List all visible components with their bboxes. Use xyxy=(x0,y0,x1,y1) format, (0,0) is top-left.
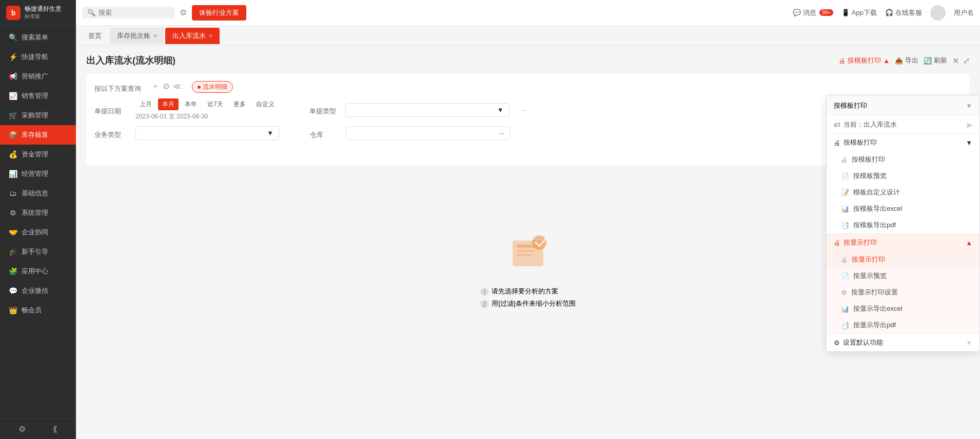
item-preview-icon: 📄 xyxy=(841,172,849,180)
sidebar-nav: 🔍搜索菜单⚡快捷导航📢营销推广📈销售管理🛒采购管理📦库存核算💰资金管理📊经营管理… xyxy=(0,26,76,418)
template-print-item[interactable]: 🖨 按模板打印 xyxy=(827,151,979,168)
date-tab-0[interactable]: 上月 xyxy=(135,98,156,110)
add-filter-icon[interactable]: ＋ xyxy=(151,81,160,92)
display-pdf-item[interactable]: 📑 按显示导出pdf xyxy=(827,317,979,333)
empty-illustration xyxy=(502,225,554,276)
close-window-icon[interactable]: ✕ xyxy=(952,56,959,66)
sidebar-item-search[interactable]: 🔍搜索菜单 xyxy=(0,28,76,47)
tab-home[interactable]: 首页 xyxy=(81,28,109,44)
search-box[interactable]: 🔍 xyxy=(82,7,174,18)
print-template-btn[interactable]: 🖨 按模板打印 ▲ xyxy=(839,56,890,65)
filter-controls: ＋ ⚙ ≪ xyxy=(151,81,182,92)
industry-btn[interactable]: 体验行业方案 xyxy=(192,5,246,21)
template-preview-item[interactable]: 📄 按模板预览 xyxy=(827,168,979,184)
sidebar-item-shortcut[interactable]: ⚡快捷导航 xyxy=(0,47,76,67)
display-excel-item[interactable]: 📊 按显示导出excel xyxy=(827,301,979,317)
sidebar-icon-finance: 💰 xyxy=(8,150,17,158)
topbar-right: 💬 消息 99+ 📱 App下载 🎧 在线客服 用户名 xyxy=(793,5,974,21)
collapse-filter-icon[interactable]: ≪ xyxy=(173,82,182,91)
sidebar-item-apps[interactable]: 🧩应用中心 xyxy=(0,262,76,281)
chevron-up-icon: ▲ xyxy=(883,57,890,65)
more-options-icon[interactable]: ··· xyxy=(522,106,527,114)
printer-display-icon: 🖨 xyxy=(834,239,840,247)
sidebar-label-member: 畅会员 xyxy=(22,306,42,315)
tab-close-batch[interactable]: × xyxy=(153,32,157,39)
sidebar-item-member[interactable]: 👑畅会员 xyxy=(0,301,76,320)
refresh-btn[interactable]: 🔄 刷新 xyxy=(924,56,947,65)
display-print-settings-item[interactable]: ⚙ 按显示打印设置 xyxy=(827,284,979,301)
sidebar-item-wechat[interactable]: 💬企业微信 xyxy=(0,281,76,301)
template-print-items: 🖨 按模板打印 📄 按模板预览 📝 模板自定义设计 📊 按模板导出excel xyxy=(827,151,979,233)
dropdown-panel: 按模板打印 ▼ 🏷 当前：出入库流水 ▶ 🖨 按模板打印 ▼ xyxy=(826,95,980,352)
warehouse-select[interactable]: ··· xyxy=(346,126,510,140)
avatar[interactable] xyxy=(930,5,946,21)
app-download-btn[interactable]: 📱 App下载 xyxy=(841,8,877,17)
date-tabs: 上月本月本年近7天更多自定义 xyxy=(135,98,279,110)
template-excel-item[interactable]: 📊 按模板导出excel xyxy=(827,201,979,217)
sidebar-label-system: 系统管理 xyxy=(22,208,48,217)
date-tab-2[interactable]: 本年 xyxy=(181,98,201,110)
voucher-type-select[interactable]: ▼ xyxy=(345,103,509,117)
display-preview-item[interactable]: 📄 按显示预览 xyxy=(827,268,979,284)
tabbar: 首页库存批次账×出入库流水× xyxy=(76,26,980,46)
date-tab-4[interactable]: 更多 xyxy=(229,98,250,110)
voucher-type-label: 单据类型 xyxy=(309,104,340,116)
dropdown-footer[interactable]: ⚙ 设置默认功能 ▼ xyxy=(827,334,979,351)
sidebar-item-marketing[interactable]: 📢营销推广 xyxy=(0,67,76,86)
tab-batch[interactable]: 库存批次账× xyxy=(110,28,164,44)
template-design-item[interactable]: 📝 模板自定义设计 xyxy=(827,184,979,201)
sidebar-item-cooperation[interactable]: 🤝企业协同 xyxy=(0,223,76,242)
settings-filter-icon[interactable]: ⚙ xyxy=(163,82,170,91)
business-type-select[interactable]: ▼ xyxy=(135,126,279,140)
sidebar-footer: ⚙ ⟪ xyxy=(0,418,76,439)
export-btn[interactable]: 📤 导出 xyxy=(895,56,918,65)
display-print-items: 🖨 按显示打印 📄 按显示预览 ⚙ 按显示打印设置 📊 按显示导出excel xyxy=(827,251,979,333)
sidebar-icon-member: 👑 xyxy=(8,306,17,314)
dropdown-current[interactable]: 🏷 当前：出入库流水 ▶ xyxy=(827,116,979,134)
template-pdf-item[interactable]: 📑 按模板导出pdf xyxy=(827,217,979,233)
topbar: 🔍 ⚙ 体验行业方案 💬 消息 99+ 📱 App下载 🎧 在线客服 用户名 xyxy=(76,0,980,26)
item-design-icon: 📝 xyxy=(841,189,849,196)
sidebar-item-guide[interactable]: 🎓新手引导 xyxy=(0,242,76,262)
gear-icon[interactable]: ⚙ xyxy=(180,8,187,17)
search-input[interactable] xyxy=(99,9,160,16)
settings-icon[interactable]: ⚙ xyxy=(18,424,26,434)
chevron-right-icon: ▶ xyxy=(967,121,972,129)
date-tab-5[interactable]: 自定义 xyxy=(252,98,279,110)
date-tab-3[interactable]: 近7天 xyxy=(203,98,227,110)
date-range: 2023-06-01 至 2023-06-30 xyxy=(135,112,279,121)
sidebar-icon-purchase: 🛒 xyxy=(8,111,17,119)
printer-icon: 🖨 xyxy=(839,57,846,65)
filter-chip[interactable]: 流水明细 xyxy=(192,81,233,93)
sidebar-icon-inventory: 📦 xyxy=(8,131,17,139)
sidebar-item-operation[interactable]: 📊经营管理 xyxy=(0,164,76,184)
dropdown-close-icon[interactable]: ▼ xyxy=(966,102,972,110)
date-label: 单据日期 xyxy=(94,104,125,116)
page-header: 出入库流水(流水明细) 🖨 按模板打印 ▲ 📤 导出 🔄 刷新 xyxy=(86,54,970,67)
sidebar-item-purchase[interactable]: 🛒采购管理 xyxy=(0,106,76,125)
sidebar-item-finance[interactable]: 💰资金管理 xyxy=(0,145,76,164)
display-print-item[interactable]: 🖨 按显示打印 xyxy=(827,251,979,268)
item-excel-icon: 📊 xyxy=(841,205,849,213)
sidebar-item-sales[interactable]: 📈销售管理 xyxy=(0,86,76,106)
sidebar-item-system[interactable]: ⚙系统管理 xyxy=(0,203,76,223)
date-tab-1[interactable]: 本月 xyxy=(158,98,179,110)
expand-window-icon[interactable]: ⤢ xyxy=(963,56,970,66)
sidebar-label-apps: 应用中心 xyxy=(22,267,48,276)
display-print-section-header[interactable]: 🖨 按显示打印 ▲ xyxy=(827,234,979,251)
sidebar: b 畅捷通好生意 标准版 🔍搜索菜单⚡快捷导航📢营销推广📈销售管理🛒采购管理📦库… xyxy=(0,0,76,439)
collapse-sidebar-icon[interactable]: ⟪ xyxy=(53,424,57,434)
message-btn[interactable]: 💬 消息 99+ xyxy=(793,8,833,17)
item-printer2-icon: 🖨 xyxy=(841,256,848,264)
sidebar-icon-basic: 🗂 xyxy=(8,189,17,197)
sidebar-item-inventory[interactable]: 📦库存核算 xyxy=(0,125,76,145)
chevron-up-display-icon: ▲ xyxy=(966,239,972,247)
tab-close-flow[interactable]: × xyxy=(209,32,212,39)
online-service-btn[interactable]: 🎧 在线客服 xyxy=(885,8,922,17)
template-print-section-header[interactable]: 🖨 按模板打印 ▼ xyxy=(827,134,979,151)
chevron-down-icon-2: ▼ xyxy=(267,129,273,137)
sidebar-item-basic[interactable]: 🗂基础信息 xyxy=(0,184,76,203)
chevron-down-section-icon: ▼ xyxy=(966,139,972,147)
tab-flow[interactable]: 出入库流水× xyxy=(165,28,220,44)
sidebar-icon-cooperation: 🤝 xyxy=(8,228,17,236)
